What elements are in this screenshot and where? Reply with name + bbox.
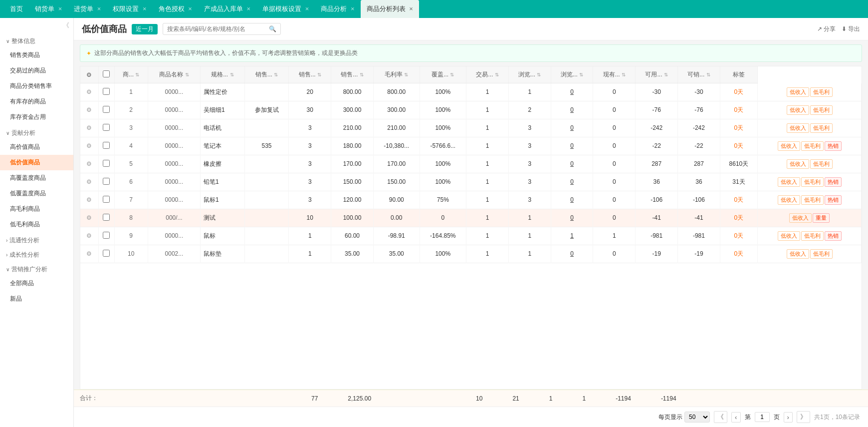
row-checkbox[interactable] [103,124,110,131]
cell-browse1[interactable]: 0 [551,101,593,119]
sidebar-item-new-products[interactable]: 新品 [0,291,73,307]
row-checkbox[interactable] [103,196,110,203]
cell-gear[interactable]: ⚙ [80,191,98,209]
settings-icon[interactable]: ⚙ [86,160,92,167]
cell-browse1[interactable]: 0 [551,83,593,101]
row-checkbox[interactable] [103,214,110,221]
cell-check[interactable] [98,209,114,227]
cell-check[interactable] [98,227,114,245]
sidebar-item-stocked[interactable]: 有库存的商品 [0,94,73,109]
cell-gear[interactable]: ⚙ [80,173,98,191]
nav-home[interactable]: 首页 [4,0,29,18]
cell-check[interactable] [98,137,114,155]
cell-gear[interactable]: ⚙ [80,101,98,119]
cell-browse1[interactable]: 0 [551,119,593,137]
col-check[interactable] [98,66,114,83]
browse1-link[interactable]: 1 [570,232,574,239]
export-button[interactable]: ⬇ 导出 [842,25,860,33]
col-sale-price[interactable]: 销售... ⇅ [289,66,331,83]
sidebar-item-high-coverage[interactable]: 高覆盖度商品 [0,170,73,186]
browse1-link[interactable]: 0 [570,178,574,185]
col-tags[interactable]: 标签 [720,66,757,83]
settings-icon[interactable]: ⚙ [86,232,92,239]
cell-gear[interactable]: ⚙ [80,83,98,101]
close-icon[interactable]: × [97,5,101,12]
sidebar-item-low-margin[interactable]: 低毛利商品 [0,217,73,232]
col-spec[interactable]: 规格... ⇅ [201,66,245,83]
cell-gear[interactable]: ⚙ [80,155,98,173]
col-name[interactable]: 商品名称 ⇅ [148,66,200,83]
cell-check[interactable] [98,173,114,191]
page-number-input[interactable] [755,412,770,422]
cell-check[interactable] [98,191,114,209]
sidebar-item-sales-products[interactable]: 销售类商品 [0,47,73,63]
close-icon[interactable]: × [188,5,192,12]
prev-page-btn[interactable]: ‹ [731,412,740,423]
sidebar-item-high-margin[interactable]: 高毛利商品 [0,201,73,217]
cell-browse1[interactable]: 0 [551,155,593,173]
sidebar-item-stock-capital[interactable]: 库存资金占用 [0,109,73,125]
sidebar-group-contribution-title[interactable]: ∨ 贡献分析 [0,125,73,139]
cell-gear[interactable]: ⚙ [80,245,98,263]
sidebar-item-all-products[interactable]: 全部商品 [0,276,73,291]
browse1-link[interactable]: 0 [570,88,574,95]
cell-gear[interactable]: ⚙ [80,119,98,137]
cell-browse1[interactable]: 0 [551,245,593,263]
sidebar-group-overall-title[interactable]: ∨ 整体信息 [0,33,73,47]
close-icon[interactable]: × [351,5,355,12]
cell-check[interactable] [98,83,114,101]
cell-check[interactable] [98,101,114,119]
browse1-link[interactable]: 0 [570,124,574,131]
col-browse2[interactable]: 浏览... ⇅ [551,66,593,83]
row-checkbox[interactable] [103,88,110,95]
col-code[interactable]: 商... ⇅ [114,66,148,83]
col-available[interactable]: 可用... ⇅ [636,66,678,83]
browse1-link[interactable]: 0 [570,142,574,149]
sidebar-group-growth-title[interactable]: › 成长性分析 [0,247,73,261]
nav-permissions[interactable]: 权限设置 × [107,0,152,18]
col-margin[interactable]: 毛利率 ⇅ [373,66,420,83]
nav-product-in[interactable]: 产成品入库单 × [198,0,256,18]
browse1-link[interactable]: 0 [570,214,574,221]
col-trade[interactable]: 交易... ⇅ [466,66,509,83]
per-page-select[interactable]: 20 50 100 [684,412,710,423]
settings-icon[interactable]: ⚙ [86,178,92,185]
cell-gear[interactable]: ⚙ [80,227,98,245]
sidebar-group-liquidity-title[interactable]: › 流通性分析 [0,232,73,247]
cell-browse1[interactable]: 0 [551,191,593,209]
nav-roles[interactable]: 角色授权 × [153,0,198,18]
cell-check[interactable] [98,245,114,263]
cell-browse1[interactable]: 1 [551,227,593,245]
close-icon[interactable]: × [305,5,309,12]
first-page-btn[interactable]: 《 [714,411,727,423]
col-sale-qty[interactable]: 销售... ⇅ [244,66,289,83]
select-all-checkbox[interactable] [103,70,110,77]
col-saleable[interactable]: 可销... ⇅ [678,66,720,83]
settings-icon[interactable]: ⚙ [86,250,92,257]
settings-icon[interactable]: ⚙ [86,124,92,131]
nav-sales[interactable]: 销货单 × [29,0,68,18]
cell-gear[interactable]: ⚙ [80,209,98,227]
time-badge[interactable]: 近一月 [132,24,158,34]
close-icon[interactable]: × [143,5,147,12]
sidebar-item-category-rate[interactable]: 商品分类销售率 [0,78,73,94]
row-checkbox[interactable] [103,106,110,113]
nav-purchase[interactable]: 进货单 × [68,0,107,18]
search-icon[interactable]: 🔍 [269,25,276,32]
cell-browse1[interactable]: 0 [551,137,593,155]
sidebar-group-marketing-title[interactable]: ∨ 营销推广分析 [0,261,73,276]
settings-icon[interactable]: ⚙ [86,196,92,203]
cell-browse1[interactable]: 0 [551,173,593,191]
row-checkbox[interactable] [103,142,110,149]
cell-check[interactable] [98,155,114,173]
row-checkbox[interactable] [103,160,110,167]
settings-icon[interactable]: ⚙ [86,142,92,149]
settings-icon[interactable]: ⚙ [86,88,92,95]
close-icon[interactable]: × [409,5,413,12]
share-button[interactable]: ↗ 分享 [817,25,836,33]
sidebar-item-traded[interactable]: 交易过的商品 [0,63,73,78]
close-icon[interactable]: × [247,5,251,12]
col-sale-amount[interactable]: 销售... ⇅ [331,66,374,83]
browse1-link[interactable]: 0 [570,196,574,203]
next-page-btn[interactable]: › [784,412,793,423]
